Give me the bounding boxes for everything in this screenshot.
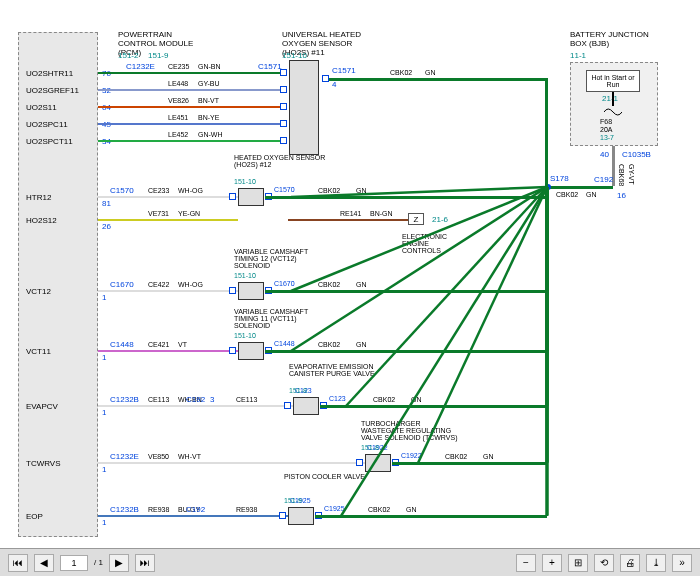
conn-box (229, 287, 236, 294)
uhos-component (289, 60, 319, 155)
bjb-conn2: C192 (594, 175, 613, 184)
splice-label: S178 (550, 174, 569, 183)
footer-toolbar: ⏮ ◀ / 1 ▶ ⏭ − + ⊞ ⟲ 🖨 ⤓ » (0, 548, 700, 576)
wire (98, 405, 293, 407)
tool-button-4[interactable]: ⤓ (646, 554, 666, 572)
uhos-ref: 151-10 (282, 51, 307, 60)
wire (98, 123, 284, 125)
fuse-ref: 21-1 (602, 94, 618, 103)
pcm-sig: HO2S12 (26, 216, 57, 225)
conn-box (280, 103, 287, 110)
wire (98, 350, 238, 352)
pcm-sig: UO2SGREF11 (26, 86, 79, 95)
conn-box (279, 512, 286, 519)
uhos-conn-lbl: C1571 (332, 66, 356, 75)
tool-button-5[interactable]: » (672, 554, 692, 572)
component (293, 397, 319, 415)
component (238, 342, 264, 360)
wire-uhos-v (545, 78, 548, 187)
pcm-sig: VCT11 (26, 347, 51, 356)
wire-bus (265, 290, 547, 293)
comp-label: PISTON COOLER VALVE (284, 473, 384, 480)
conn-box (229, 193, 236, 200)
fuse-icon (604, 106, 622, 118)
wire (98, 140, 284, 142)
last-page-button[interactable]: ⏭ (135, 554, 155, 572)
bjb-conn: C1035B (622, 150, 651, 159)
pcm-sig: UO2SPC11 (26, 120, 68, 129)
pcm-sig: UO2SHTR11 (26, 69, 73, 78)
wire-bus (265, 350, 547, 353)
tool-button-1[interactable]: ⊞ (568, 554, 588, 572)
pcm-ref2: 151-9 (148, 51, 168, 60)
z-connector: Z (408, 213, 424, 225)
bjb-bcol: GN (586, 191, 597, 198)
uhos-conn-out (322, 75, 329, 82)
wire (98, 72, 284, 74)
component (365, 454, 391, 472)
pcm-sig: UO2SPCT11 (26, 137, 73, 146)
wire-uhos-bus (329, 78, 547, 81)
wire (98, 515, 288, 517)
conn-box (284, 402, 291, 409)
cbk68-ckt: CBK68 (618, 164, 625, 186)
uhos-bus: CBK02 (390, 69, 412, 76)
wire-bus (315, 515, 547, 518)
hot-label: Hot in Start or Run (589, 74, 637, 88)
wire (98, 462, 365, 464)
pcm-sig: UO2S11 (26, 103, 57, 112)
wire (288, 219, 408, 221)
zoom-in-button[interactable]: + (542, 554, 562, 572)
comp-label: TURBOCHARGER WASTEGATE REGULATING VALVE … (361, 420, 461, 441)
conn-box (229, 347, 236, 354)
next-page-button[interactable]: ▶ (109, 554, 129, 572)
first-page-button[interactable]: ⏮ (8, 554, 28, 572)
pcm-sig: HTR12 (26, 193, 51, 202)
conn-box (280, 86, 287, 93)
wire (98, 89, 284, 91)
comp-label: VARIABLE CAMSHAFT TIMING 12 (VCT12) SOLE… (234, 248, 334, 269)
comp-label: VARIABLE CAMSHAFT TIMING 11 (VCT11) SOLE… (234, 308, 334, 329)
fuse-amp: 20A (600, 126, 612, 133)
wire (98, 106, 284, 108)
page-total: / 1 (94, 558, 103, 567)
wire (98, 196, 238, 198)
conn-box (356, 459, 363, 466)
bjb-bus: CBK02 (556, 191, 578, 198)
wire (98, 290, 238, 292)
zoom-out-button[interactable]: − (516, 554, 536, 572)
tool-button-2[interactable]: ⟲ (594, 554, 614, 572)
comp-label: HEATED OXYGEN SENSOR (HO2S) #12 (234, 154, 334, 168)
cbk68-col: GY-VT (628, 164, 635, 185)
hot-in-start-box: Hot in Start or Run (586, 70, 640, 92)
wire-bus (320, 405, 547, 408)
bjb-pin2: 16 (617, 191, 626, 200)
wire-bus (265, 196, 547, 199)
bjb-pin: 40 (600, 150, 609, 159)
pcm-sig: EOP (26, 512, 43, 521)
bjb-title: BATTERY JUNCTION BOX (BJB) (570, 30, 650, 48)
tool-button-3[interactable]: 🖨 (620, 554, 640, 572)
pcm-sig: TCWRVS (26, 459, 61, 468)
uhos-pin: 4 (332, 80, 336, 89)
wire-bjb-bus (547, 186, 613, 189)
fuse-name: F68 (600, 118, 612, 125)
uhos-bcol: GN (425, 69, 436, 76)
component (238, 188, 264, 206)
component (288, 507, 314, 525)
conn-box (280, 120, 287, 127)
conn-box (280, 137, 287, 144)
prev-page-button[interactable]: ◀ (34, 554, 54, 572)
wire (98, 219, 238, 221)
page-input[interactable] (60, 555, 88, 571)
fuse-loc: 13-7 (600, 134, 614, 141)
pcm-sig: EVAPCV (26, 402, 58, 411)
wire-bus (392, 462, 547, 465)
comp-label: EVAPORATIVE EMISSION CANISTER PURGE VALV… (289, 363, 389, 377)
pcm-sig: VCT12 (26, 287, 51, 296)
bjb-ref: 11-1 (570, 51, 586, 60)
component (238, 282, 264, 300)
pcm-ref: 151-2 (118, 51, 138, 60)
